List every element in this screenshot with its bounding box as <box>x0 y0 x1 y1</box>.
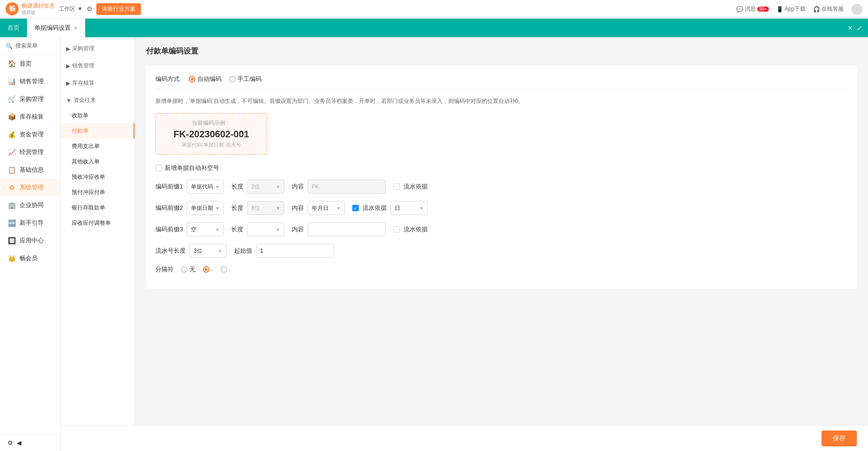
top-bar-right: 💬 消息 99+ 📱 App下载 🎧 在线客服 <box>736 4 862 15</box>
separator-dot-label: · <box>211 266 213 273</box>
prefix2-value: 单据日期 <box>191 204 213 212</box>
serial-length-select[interactable]: 3位 ▼ <box>189 244 227 258</box>
sub-item-receipt[interactable]: 收款单 <box>61 108 135 123</box>
sidebar-bottom: ⚙ ◀ <box>0 434 60 451</box>
settings-card: 编码方式 自动编码 手工编码 <box>146 66 857 289</box>
sub-item-payment[interactable]: 付款单 <box>61 123 135 139</box>
sidebar-item-basic[interactable]: 📋 基础信息 <box>0 161 60 179</box>
message-btn[interactable]: 💬 消息 99+ <box>736 5 769 13</box>
content-area: ▶ 采购管理 ▶ 销售管理 ▶ 库存核算 <box>61 37 868 451</box>
sidebar-item-guide[interactable]: 🆕 新手引导 <box>0 214 60 232</box>
sub-group-purchase-label: 采购管理 <box>72 45 94 53</box>
separator-none[interactable]: 无 <box>181 265 195 274</box>
sidebar-item-purchase[interactable]: 🛒 采购管理 <box>0 90 60 108</box>
sidebar-search[interactable]: 🔍 搜索菜单 <box>0 37 60 55</box>
sidebar-item-apps[interactable]: 🔲 应用中心 <box>0 232 60 249</box>
length3-select[interactable]: ▼ <box>247 222 284 236</box>
content2-select[interactable]: 年月日 ▼ <box>308 201 345 215</box>
auto-fill-label: 新增单据自动补空号 <box>165 164 219 172</box>
separator-dot[interactable]: · <box>203 266 213 273</box>
tab-home-label: 首页 <box>7 24 20 32</box>
content1-label: 内容 <box>292 182 304 191</box>
page-title: 付款单编码设置 <box>146 47 857 56</box>
length1-field: 长度 2位 ▼ <box>231 180 284 194</box>
sub-group-sales-title[interactable]: ▶ 销售管理 <box>61 58 135 74</box>
length3-label: 长度 <box>231 225 243 234</box>
sidebar-item-operation[interactable]: 📈 经营管理 <box>0 143 60 161</box>
sub-item-expense[interactable]: 费用支出单 <box>61 139 135 154</box>
auto-fill-checkbox[interactable] <box>155 165 162 171</box>
sales-icon: 📊 <box>7 78 16 85</box>
sub-item-other-income[interactable]: 其他收入单 <box>61 154 135 169</box>
waterfall2-period-select[interactable]: 日 ▼ <box>390 201 428 215</box>
prefix2-select[interactable]: 单据日期 ▼ <box>187 201 224 215</box>
waterfall1-checkbox[interactable] <box>393 183 400 190</box>
sidebar-item-system[interactable]: ⚙ 系统管理 <box>0 179 60 196</box>
sub-group-purchase: ▶ 采购管理 <box>61 41 135 56</box>
length1-select[interactable]: 2位 ▼ <box>247 180 284 194</box>
content3-input[interactable] <box>308 222 386 236</box>
waterfall2-label: 流水依据 <box>363 204 387 212</box>
sidebar-item-inventory-label: 库存核算 <box>20 113 44 121</box>
sub-item-bank-deposit[interactable]: 银行存取款单 <box>61 200 135 215</box>
tab-document-code-label: 单据编码设置 <box>34 24 71 32</box>
app-download-btn[interactable]: 📱 App下载 <box>776 5 806 13</box>
online-service-btn[interactable]: 🎧 在线客服 <box>813 5 844 13</box>
manual-code-radio[interactable]: 手工编码 <box>229 75 262 83</box>
search-icon: 🔍 <box>6 43 13 49</box>
workspace-dropdown[interactable]: 工作区 ▼ <box>59 5 83 13</box>
sub-group-finance-title[interactable]: ▼ 资金往来 <box>61 93 135 108</box>
sidebar-settings-icon[interactable]: ⚙ <box>7 439 13 446</box>
nav-tabs: 首页 单据编码设置 ✕ ✕ ⤢ <box>0 19 868 37</box>
sidebar-item-finance[interactable]: 💰 资金管理 <box>0 126 60 143</box>
main-content: 付款单编码设置 编码方式 自动编码 手工编码 <box>135 37 868 425</box>
sub-group-inventory-title[interactable]: ▶ 库存核算 <box>61 75 135 91</box>
prefix3-select-arrow: ▼ <box>215 227 220 232</box>
sidebar-item-system-label: 系统管理 <box>20 183 44 192</box>
start-value-input[interactable] <box>256 244 334 258</box>
nav-tab-expand-btn[interactable]: ⤢ <box>857 24 862 32</box>
length2-field: 长度 8位 ▼ <box>231 201 284 215</box>
save-button[interactable]: 保存 <box>821 431 857 446</box>
length2-label: 长度 <box>231 204 243 212</box>
sidebar-item-enterprise[interactable]: 🏢 企业协同 <box>0 196 60 214</box>
length2-select[interactable]: 8位 ▼ <box>247 201 284 215</box>
sub-group-finance-label: 资金往来 <box>74 96 96 104</box>
prefix1-select[interactable]: 单据代码 ▼ <box>187 180 224 194</box>
sidebar-item-home[interactable]: 🏠 首页 <box>0 55 60 73</box>
preview-desc: 单据代码-单据日期-流水号 <box>167 141 256 148</box>
length3-select-arrow: ▼ <box>276 227 280 232</box>
info-text: 新增单据时，'单据编码'自动生成，不可编辑。前缀设置为部门、业务员等档案类，开单… <box>155 97 848 106</box>
user-avatar[interactable] <box>851 4 862 15</box>
sub-item-advance-offset[interactable]: 预付冲应付单 <box>61 185 135 200</box>
sub-item-ap-adjustment[interactable]: 应收应付调整单 <box>61 215 135 231</box>
tab-document-code[interactable]: 单据编码设置 ✕ <box>27 19 85 37</box>
trial-btn[interactable]: 体验行业方案 <box>96 3 141 15</box>
tab-close-icon[interactable]: ✕ <box>74 25 78 31</box>
sub-group-purchase-title[interactable]: ▶ 采购管理 <box>61 41 135 56</box>
separator-row: 分隔符 无 · · <box>155 265 848 274</box>
prefix1-value: 单据代码 <box>191 183 213 191</box>
encoding-method-label: 编码方式 <box>155 75 180 83</box>
content1-input[interactable] <box>308 180 386 194</box>
dropdown-arrow-icon: ▼ <box>77 6 83 12</box>
sidebar-item-sales[interactable]: 📊 销售管理 <box>0 73 60 90</box>
prefix3-label: 编码前缀3 <box>155 225 183 234</box>
sub-item-prepay-offset[interactable]: 预收冲应收单 <box>61 169 135 185</box>
chevron-down-icon: ▼ <box>66 97 72 104</box>
online-service-icon: 🎧 <box>813 6 820 13</box>
sidebar-item-basic-label: 基础信息 <box>20 166 44 174</box>
nav-tab-close-btn[interactable]: ✕ <box>848 24 853 32</box>
tab-home[interactable]: 首页 <box>0 19 27 37</box>
content-with-subnav: ▶ 采购管理 ▶ 销售管理 ▶ 库存核算 <box>61 37 868 425</box>
prefix3-select[interactable]: 空 ▼ <box>187 222 224 236</box>
form-row-1: 编码前缀1 单据代码 ▼ 长度 2位 ▼ <box>155 180 848 194</box>
sidebar-item-member[interactable]: 👑 畅会员 <box>0 249 60 267</box>
settings-gear-icon[interactable]: ⚙ <box>87 5 93 13</box>
waterfall2-checkbox[interactable]: ✓ <box>352 205 359 211</box>
sidebar-item-inventory[interactable]: 📦 库存核算 <box>0 108 60 126</box>
separator-dash[interactable]: · <box>221 266 231 273</box>
sidebar-collapse-icon[interactable]: ◀ <box>17 439 21 446</box>
auto-code-radio[interactable]: 自动编码 <box>189 75 222 83</box>
waterfall3-checkbox[interactable] <box>393 226 400 233</box>
